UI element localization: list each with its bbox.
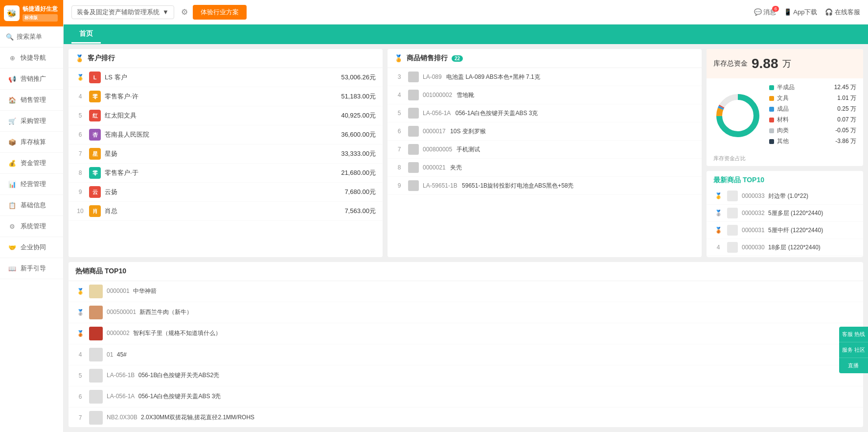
rank-num: 7 <box>394 146 404 153</box>
hot-product-code: NB2.0X30B <box>107 414 137 421</box>
hot-product-thumb <box>89 369 103 383</box>
product-code: 000800005 <box>423 146 452 153</box>
product-name: 手机测试 <box>457 146 480 153</box>
rank-amount-4: 36,600.00元 <box>341 130 376 139</box>
hot-rank-num: 🥉 <box>75 330 85 337</box>
legend-item: 肉类 -0.05 万 <box>769 126 856 135</box>
rank-num-6: 8 <box>75 169 85 176</box>
headset-icon: 🎧 <box>825 8 833 16</box>
sidebar-item-purchase[interactable]: 🛒 采购管理 <box>0 111 63 132</box>
rank-num: 6 <box>394 128 404 135</box>
search-icon: 🔍 <box>6 33 14 41</box>
hot-product-name: 056-1A白色按键开关盖ABS 3壳 <box>138 393 221 400</box>
sidebar-item-cooperation[interactable]: 🤝 企业协同 <box>0 237 63 258</box>
product-info: 000800005 手机测试 <box>423 145 695 154</box>
sidebar-item-shortcut[interactable]: ⊕ 快捷导航 <box>0 48 63 69</box>
legend-value: 1.01 万 <box>837 94 856 102</box>
app-download[interactable]: 📱 App下载 <box>784 8 817 17</box>
hot-product-row: 🥇 0000001 中华神箭 <box>69 281 863 302</box>
hot-product-code: 000500001 <box>107 309 136 315</box>
float-btn-customer-service[interactable]: 客服 热线 <box>839 327 868 342</box>
newest-name: 封边带 (1.0*22) <box>768 192 808 199</box>
legend-item: 文具 1.01 万 <box>769 94 856 102</box>
tab-home[interactable]: 首页 <box>71 25 101 44</box>
hot-product-name: 2.0X30MM双搓花轴,搓花直径2.1MM/ROHS <box>141 414 254 421</box>
legend-item: 材料 0.07 万 <box>769 116 856 124</box>
hot-rank-num: 5 <box>75 372 85 379</box>
newest-thumb <box>727 208 738 218</box>
sidebar-logo: 🐝 畅捷通好生意 标准版 <box>0 0 63 26</box>
search-menu-button[interactable]: 🔍 搜索菜单 <box>4 30 59 43</box>
float-btn-label: 客服 热线 <box>842 331 865 337</box>
hot-product-code: 0000002 <box>107 330 130 336</box>
rank-avatar-2: 零 <box>89 91 101 102</box>
medal-icon: 🏅 <box>75 54 84 62</box>
sidebar-item-guide[interactable]: 📖 新手引导 <box>0 258 63 279</box>
app-download-label: App下载 <box>793 8 817 16</box>
newest-row: 🥉 0000031 5厘中纤 (1220*2440) <box>707 222 863 239</box>
newest-row: 4 0000030 18多层 (1220*2440) <box>707 239 863 256</box>
newest-code: 0000032 <box>742 210 765 216</box>
float-btn-label: 直播 <box>848 362 859 368</box>
marketing-icon: 📢 <box>8 74 17 83</box>
inventory-total: 库存总资金 9.88 万 <box>707 49 863 78</box>
sidebar-item-marketing[interactable]: 📢 营销推广 <box>0 69 63 90</box>
gear-icon[interactable]: ⚙ <box>181 7 188 17</box>
chart-legend: 半成品 12.45 万 文具 1.01 万 成品 0 <box>769 83 856 148</box>
system-name: 装备及固定资产辅助管理系统 <box>77 8 160 17</box>
rank-num-2: 4 <box>75 93 85 100</box>
sidebar-search[interactable]: 🔍 搜索菜单 <box>0 26 63 48</box>
hot-rank-num: 6 <box>75 393 85 400</box>
customer-ranking-header: 🏅 客户排行 <box>69 49 383 68</box>
product-thumb <box>408 108 419 119</box>
rank-name-1: LS 客户 <box>105 73 337 82</box>
hot-product-row: 6 LA-056-1A 056-1A白色按键开关盖ABS 3壳 <box>69 386 863 408</box>
customer-service-label: 在线客服 <box>835 8 860 16</box>
rank-name-7: 云扬 <box>105 188 341 196</box>
system-selector[interactable]: 装备及固定资产辅助管理系统 ▼ <box>71 5 174 19</box>
legend-item: 成品 0.25 万 <box>769 105 856 113</box>
system-icon: ⚙ <box>8 222 17 231</box>
customer-service[interactable]: 🎧 在线客服 <box>825 8 860 17</box>
product-code: LA-59651-1B <box>423 182 457 189</box>
hot-product-name: 智利车子里（规格不知道填什么） <box>133 330 221 336</box>
newest-products-panel: 最新商品 TOP10 🥇 0000033 封边带 (1.0*22) <box>707 171 863 257</box>
product-sales-title: 商品销售排行 <box>407 54 448 63</box>
product-rank-row: 6 0000017 10S 变刹罗猴 <box>388 122 702 141</box>
product-rank-row: 9 LA-59651-1B 59651-1B旋转投影灯电池盒ABS黑色+58壳 <box>388 177 702 195</box>
product-info: LA-089 电池盖 LA-089 ABS本色+黑种 7.1克 <box>423 73 695 81</box>
hot-product-row: 4 01 45# <box>69 344 863 365</box>
rank-row: 9 云 云扬 7,680.00元 <box>69 183 383 202</box>
legend-value: 0.07 万 <box>837 116 856 124</box>
hot-product-thumb <box>89 390 103 404</box>
hot-product-info: LA-056-1A 056-1A白色按键开关盖ABS 3壳 <box>107 392 856 401</box>
rank-name-2: 零售客户·许 <box>105 92 337 101</box>
hot-products-header: 热销商品 TOP10 <box>69 262 863 281</box>
sidebar-item-basic[interactable]: 📋 基础信息 <box>0 195 63 216</box>
sidebar-item-operation[interactable]: 📊 经营管理 <box>0 174 63 195</box>
hot-product-thumb-3 <box>89 327 103 340</box>
sidebar-item-inventory[interactable]: 📦 库存核算 <box>0 132 63 153</box>
sidebar-item-system[interactable]: ⚙ 系统管理 <box>0 216 63 237</box>
sidebar-item-finance[interactable]: 💰 资金管理 <box>0 153 63 174</box>
newest-code: 0000031 <box>742 227 765 234</box>
rank-name-3: 红太阳文具 <box>105 111 337 120</box>
hot-product-name: 新西兰牛肉（新牛） <box>139 309 192 315</box>
hot-product-code: 01 <box>107 351 113 358</box>
sidebar-item-sales[interactable]: 🏠 销售管理 <box>0 90 63 111</box>
rank-amount-7: 7,680.00元 <box>344 188 376 196</box>
rank-row: 7 星 星扬 33,333.00元 <box>69 144 383 164</box>
rank-name-5: 星扬 <box>105 149 337 158</box>
customer-ranking-title: 客户排行 <box>88 54 115 63</box>
sidebar-item-label: 资金管理 <box>21 159 46 168</box>
float-btn-direct[interactable]: 直播 <box>839 358 868 373</box>
message-badge[interactable]: 💬 消息 6 <box>754 8 777 17</box>
product-sales-panel: 🏅 商品销售排行 22 3 LA-089 电池盖 LA-089 ABS本色+黑种… <box>388 49 702 257</box>
rank-avatar-8: 肖 <box>89 205 101 217</box>
rank-num-1: 🥇 <box>75 74 85 81</box>
float-btn-service-community[interactable]: 服务 社区 <box>839 342 868 358</box>
chart-area: 半成品 12.45 万 文具 1.01 万 成品 0 <box>707 78 863 153</box>
trial-button[interactable]: 体验行业方案 <box>193 5 247 20</box>
sidebar-item-label: 快捷导航 <box>21 53 46 62</box>
phone-icon: 📱 <box>784 8 792 16</box>
